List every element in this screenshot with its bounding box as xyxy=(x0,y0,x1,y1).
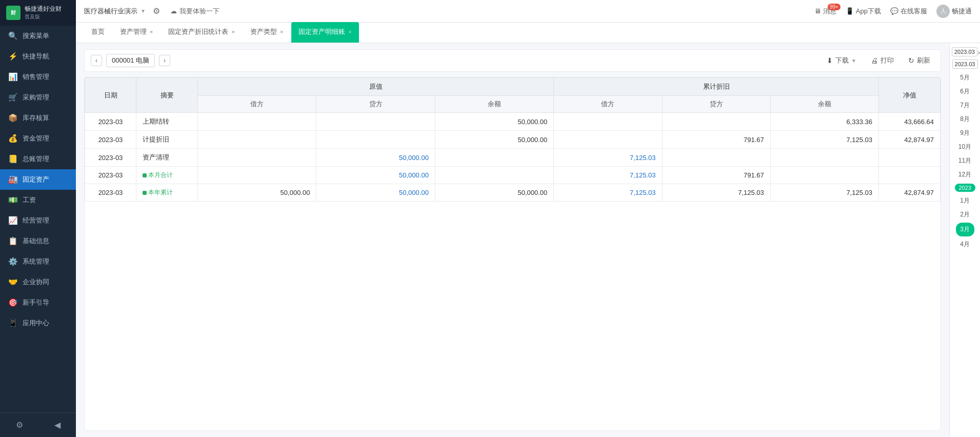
cell-ov-debit xyxy=(198,131,316,149)
sidebar-item-purchase[interactable]: 🛒 采购管理 xyxy=(0,87,76,108)
company-selector[interactable]: 医疗器械行业演示 ▼ xyxy=(84,7,146,16)
cell-ad-balance: 6,333.36 xyxy=(770,113,878,131)
rp-month-past[interactable]: 10月 xyxy=(956,140,973,154)
cell-ov-credit[interactable]: 50,000.00 xyxy=(316,149,435,167)
tab-asset-type-close[interactable]: × xyxy=(280,29,283,35)
refresh-icon: ↻ xyxy=(908,56,914,65)
sidebar-item-label: 固定资产 xyxy=(23,175,49,184)
rp-months-past: 5月6月7月8月9月10月11月12月 xyxy=(956,71,973,182)
sidebar-item-ledger[interactable]: 📒 总账管理 xyxy=(0,149,76,169)
tab-depreciation-stats-close[interactable]: × xyxy=(231,29,234,35)
ledger-icon: 📒 xyxy=(8,154,17,164)
cell-ov-balance xyxy=(435,167,553,184)
download-btn[interactable]: ⬇ 下载 ▼ xyxy=(823,54,861,67)
sidebar-item-search[interactable]: 🔍 搜索菜单 xyxy=(0,26,76,46)
cell-summary: 本月合计 xyxy=(136,167,198,184)
sidebar-item-quicknav[interactable]: ⚡ 快捷导航 xyxy=(0,46,76,67)
rp-month-current[interactable]: 1月 xyxy=(956,194,974,208)
topbar-right: 🖥 消息 99+ 📱 App下载 💬 在线客服 人 畅捷通 xyxy=(814,5,972,18)
rp-month-past[interactable]: 12月 xyxy=(956,168,973,182)
sidebar-item-inventory[interactable]: 📦 库存核算 xyxy=(0,108,76,128)
cell-net-value: 42,874.97 xyxy=(879,131,941,149)
rp-month-past[interactable]: 6月 xyxy=(956,85,973,98)
tab-asset-management[interactable]: 资产管理 × xyxy=(113,22,160,43)
cell-ad-balance: 7,125.03 xyxy=(770,184,878,202)
tab-asset-ledger[interactable]: 固定资产明细账 × xyxy=(291,22,358,43)
logo-title: 畅捷通好业财 xyxy=(25,5,62,13)
tab-asset-management-close[interactable]: × xyxy=(150,29,153,35)
cell-ad-debit[interactable]: 7,125.03 xyxy=(554,167,662,184)
sidebar-nav: 🔍 搜索菜单 ⚡ 快捷导航 📊 销售管理 🛒 采购管理 📦 库存核算 💰 资金管… xyxy=(0,26,76,412)
experience-icon: ☁ xyxy=(170,7,177,15)
prev-asset-btn[interactable]: ‹ xyxy=(91,55,102,66)
rp-months-current: 1月2月3月4月 xyxy=(956,194,974,251)
rp-header-date2[interactable]: 2023.03 xyxy=(952,59,978,69)
tabbar: 首页 资产管理 × 固定资产折旧统计表 × 资产类型 × 固定资产明细账 × xyxy=(76,23,980,43)
rp-month-current[interactable]: 3月 xyxy=(956,223,974,236)
cell-summary: 上期结转 xyxy=(136,113,198,131)
sidebar-item-label: 快捷导航 xyxy=(23,52,49,61)
message-btn[interactable]: 🖥 消息 99+ xyxy=(814,7,836,16)
experience-btn[interactable]: ☁ 我要体验一下 xyxy=(170,7,219,16)
avatar: 人 xyxy=(936,5,950,18)
logo-subtitle: 普及版 xyxy=(25,13,62,21)
cell-ov-credit[interactable]: 50,000.00 xyxy=(316,184,435,202)
refresh-btn[interactable]: ↻ 刷新 xyxy=(904,54,934,67)
col-ov-credit: 贷方 xyxy=(316,96,435,113)
sidebar-item-label: 销售管理 xyxy=(23,72,49,82)
rp-month-current[interactable]: 4月 xyxy=(956,237,974,251)
sidebar-item-system[interactable]: ⚙️ 系统管理 xyxy=(0,251,76,272)
sidebar-item-fixed-assets[interactable]: 🏭 固定资产 xyxy=(0,169,76,190)
col-ov-debit: 借方 xyxy=(198,96,316,113)
col-ad-credit: 贷方 xyxy=(662,96,770,113)
rp-month-past[interactable]: 7月 xyxy=(956,98,973,112)
next-arrow-icon: › xyxy=(164,57,166,64)
rp-month-past[interactable]: 8月 xyxy=(956,112,973,126)
rp-month-current[interactable]: 2月 xyxy=(956,208,974,222)
collapse-sidebar-icon[interactable]: ◀ xyxy=(51,417,64,433)
print-btn[interactable]: 🖨 打印 xyxy=(867,54,898,67)
download-label: 下载 xyxy=(835,56,849,65)
sidebar-item-label: 企业协同 xyxy=(23,277,49,287)
sidebar-item-guide[interactable]: 🎯 新手引导 xyxy=(0,292,76,313)
rp-header-date1[interactable]: 2023.03 xyxy=(952,47,977,56)
main-area: 医疗器械行业演示 ▼ ⚙ ☁ 我要体验一下 🖥 消息 99+ 📱 App下载 💬… xyxy=(76,0,980,437)
download-dropdown-icon: ▼ xyxy=(851,58,856,64)
search-icon: 🔍 xyxy=(8,31,17,41)
rp-month-past[interactable]: 11月 xyxy=(956,154,973,168)
sidebar-item-sales[interactable]: 📊 销售管理 xyxy=(0,67,76,87)
sidebar-item-collab[interactable]: 🤝 企业协同 xyxy=(0,272,76,292)
sidebar-item-operations[interactable]: 📈 经营管理 xyxy=(0,210,76,231)
tab-asset-ledger-close[interactable]: × xyxy=(348,29,351,35)
sidebar-item-salary[interactable]: 💵 工资 xyxy=(0,190,76,210)
rp-month-past[interactable]: 5月 xyxy=(956,71,973,85)
rp-month-past[interactable]: 9月 xyxy=(956,126,973,140)
toolbar-right: ⬇ 下载 ▼ 🖨 打印 ↻ 刷新 xyxy=(823,54,934,67)
tab-depreciation-stats[interactable]: 固定资产折旧统计表 × xyxy=(161,22,242,43)
sidebar-item-appstore[interactable]: 📱 应用中心 xyxy=(0,313,76,333)
cell-date: 2023-03 xyxy=(85,149,136,167)
col-ov-balance: 余额 xyxy=(435,96,553,113)
next-asset-btn[interactable]: › xyxy=(159,55,170,66)
app-download-btn[interactable]: 📱 App下载 xyxy=(846,7,881,16)
settings-bottom-icon[interactable]: ⚙ xyxy=(13,417,26,433)
cell-ad-debit[interactable]: 7,125.03 xyxy=(554,149,662,167)
tag-green: 本月合计 xyxy=(143,171,173,180)
tab-asset-type[interactable]: 资产类型 × xyxy=(243,22,290,43)
topbar-settings-icon[interactable]: ⚙ xyxy=(153,6,160,16)
sidebar-item-funds[interactable]: 💰 资金管理 xyxy=(0,128,76,149)
sidebar-item-label: 库存核算 xyxy=(23,113,49,123)
tab-home[interactable]: 首页 xyxy=(84,22,112,43)
tab-home-label: 首页 xyxy=(91,27,105,36)
cell-net-value: 42,874.97 xyxy=(879,184,941,202)
sidebar-logo: 财 畅捷通好业财 普及版 xyxy=(0,0,76,26)
rp-close-icon[interactable]: × xyxy=(977,49,980,57)
cell-ad-debit[interactable]: 7,125.03 xyxy=(554,184,662,202)
user-area[interactable]: 人 畅捷通 xyxy=(936,5,972,18)
online-service-btn[interactable]: 💬 在线客服 xyxy=(890,7,927,16)
sales-icon: 📊 xyxy=(8,72,17,82)
online-service-icon: 💬 xyxy=(890,7,898,15)
sidebar-item-basic-info[interactable]: 📋 基础信息 xyxy=(0,231,76,251)
tab-asset-management-label: 资产管理 xyxy=(120,27,147,36)
cell-ov-credit[interactable]: 50,000.00 xyxy=(316,167,435,184)
